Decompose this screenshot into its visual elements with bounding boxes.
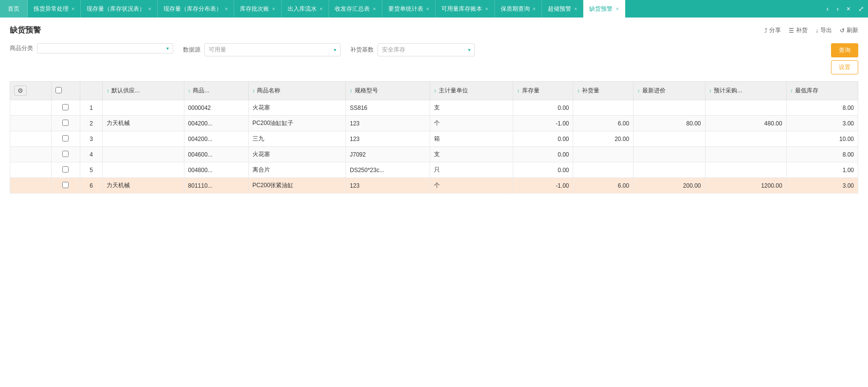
- tab-shortage-warn[interactable]: 缺货预警×: [583, 0, 625, 18]
- cell-unit: 支: [430, 147, 513, 162]
- tab-batch-account[interactable]: 库存批次账×: [234, 0, 281, 18]
- replenish-base-select[interactable]: 安全库存 ▾: [378, 43, 475, 56]
- col-label-est_purchase: 预计采购...: [714, 87, 742, 94]
- tab-close-expiry-query[interactable]: ×: [533, 6, 536, 12]
- tab-home[interactable]: 首页: [0, 0, 28, 18]
- gear-settings-button[interactable]: ⚙: [14, 86, 27, 96]
- tab-close-shortage-warn[interactable]: ×: [615, 6, 618, 12]
- col-label-latest_price: 最新进价: [642, 87, 666, 94]
- row-checkbox[interactable]: [62, 104, 69, 110]
- cell-gear: [10, 131, 52, 147]
- datasource-select[interactable]: 可用量 ▾: [204, 43, 341, 56]
- cell-replenish_qty: [573, 147, 633, 162]
- col-header-product_code[interactable]: ↕ 商品...: [184, 82, 248, 100]
- cell-replenish_qty: 6.00: [573, 116, 633, 131]
- col-header-latest_price[interactable]: ↕ 最新进价: [633, 82, 705, 100]
- row-checkbox[interactable]: [62, 135, 69, 141]
- settings-button[interactable]: 设置: [831, 60, 858, 74]
- cell-min_stock: 8.00: [786, 147, 858, 162]
- main-content: 缺货预警 ⤴ 分享 ☰ 补货 ↓ 导出 ↺ 刷新 商品分类: [0, 18, 868, 387]
- tab-demand-stats[interactable]: 要货单统计表×: [382, 0, 435, 18]
- tab-close-recv-summary[interactable]: ×: [373, 6, 376, 12]
- share-icon: ⤴: [764, 27, 767, 34]
- tab-recv-summary[interactable]: 收发存汇总表×: [329, 0, 382, 18]
- refresh-button[interactable]: ↺ 刷新: [840, 26, 858, 35]
- tab-inout-flow[interactable]: 出入库流水×: [282, 0, 329, 18]
- sort-icon-stock: ↕: [517, 88, 521, 93]
- datasource-value: 可用量: [209, 46, 226, 54]
- col-header-spec[interactable]: ↕ 规格型号: [346, 82, 430, 100]
- cell-row_num: 1: [80, 100, 103, 116]
- category-chevron-icon: ▾: [166, 46, 169, 51]
- cell-spec: 123: [346, 116, 430, 131]
- cell-row_num: 2: [80, 116, 103, 131]
- sort-icon-product_code: ↕: [188, 88, 192, 93]
- cell-min_stock: 1.00: [786, 162, 858, 178]
- col-label-stock: 库存量: [522, 87, 540, 94]
- tab-fullscreen-button[interactable]: ⤢: [854, 0, 868, 18]
- tab-close-demand-stats[interactable]: ×: [426, 6, 429, 12]
- sort-icon-default_supplier: ↕: [107, 88, 110, 93]
- export-button[interactable]: ↓ 导出: [815, 26, 832, 35]
- category-label: 商品分类: [10, 44, 33, 53]
- cell-unit: 箱: [430, 131, 513, 147]
- row-checkbox[interactable]: [62, 120, 69, 126]
- cell-min_stock: 10.00: [786, 131, 858, 147]
- col-header-replenish_qty[interactable]: ↕ 补货量: [573, 82, 633, 100]
- cell-unit: 个: [430, 178, 513, 194]
- data-table: ⚙↕ 默认供应...↕ 商品...↕ 商品名称↕ 规格型号↕ 主计量单位↕ 库存…: [10, 81, 858, 194]
- tab-defect-process[interactable]: 拣货异常处理×: [28, 0, 81, 18]
- table-row: 3004200...三九123箱0.0020.0010.00: [10, 131, 858, 147]
- tab-close-button[interactable]: ×: [843, 0, 854, 18]
- col-header-min_stock[interactable]: ↕ 最低库存: [786, 82, 858, 100]
- row-checkbox[interactable]: [62, 151, 69, 157]
- cell-product_code: 004200...: [184, 116, 248, 131]
- cell-gear: [10, 178, 52, 194]
- tab-close-batch-account[interactable]: ×: [272, 6, 275, 12]
- cell-replenish_qty: [573, 162, 633, 178]
- row-checkbox[interactable]: [62, 166, 69, 173]
- tab-close-defect-process[interactable]: ×: [72, 6, 74, 12]
- tab-close-avail-ledger[interactable]: ×: [485, 6, 488, 12]
- cell-row_num: 3: [80, 131, 103, 147]
- tab-close-overstock-warn[interactable]: ×: [574, 6, 577, 12]
- cell-gear: [10, 162, 52, 178]
- cell-stock: 0.00: [513, 162, 573, 178]
- col-header-product_name[interactable]: ↕ 商品名称: [248, 82, 345, 100]
- tab-overstock-warn[interactable]: 超储预警×: [542, 0, 583, 18]
- tab-close-inventory-dist[interactable]: ×: [225, 6, 228, 12]
- tab-inventory-dist[interactable]: 现存量（库存分布表）×: [158, 0, 234, 18]
- replenish-button[interactable]: ☰ 补货: [789, 26, 808, 35]
- tab-close-inout-flow[interactable]: ×: [320, 6, 323, 12]
- row-checkbox[interactable]: [62, 182, 69, 188]
- cell-product_code: 801110...: [184, 178, 248, 194]
- col-header-est_purchase[interactable]: ↕ 预计采购...: [705, 82, 786, 100]
- cell-default_supplier: [103, 131, 184, 147]
- query-button[interactable]: 查询: [831, 43, 858, 57]
- col-header-stock[interactable]: ↕ 库存量: [513, 82, 573, 100]
- cell-est_purchase: [705, 100, 786, 116]
- col-label-spec: 规格型号: [355, 87, 378, 94]
- table-row: 5004800...离合片DS250*23c...只0.001.00: [10, 162, 858, 178]
- sort-icon-replenish_qty: ↕: [577, 88, 581, 93]
- tab-close-inventory-status[interactable]: ×: [148, 6, 151, 12]
- tab-expiry-query[interactable]: 保质期查询×: [495, 0, 542, 18]
- cell-unit: 个: [430, 116, 513, 131]
- col-header-unit[interactable]: ↕ 主计量单位: [430, 82, 513, 100]
- tab-inventory-status[interactable]: 现存量（库存状况表）×: [81, 0, 157, 18]
- table-row: 10000042火花塞SS816支0.008.00: [10, 100, 858, 116]
- share-button[interactable]: ⤴ 分享: [764, 26, 781, 35]
- col-header-default_supplier[interactable]: ↕ 默认供应...: [103, 82, 184, 100]
- tab-next-button[interactable]: ›: [832, 0, 843, 18]
- select-all-checkbox[interactable]: [55, 87, 62, 93]
- col-header-row_num: [80, 82, 103, 100]
- sort-icon-product_name: ↕: [253, 88, 256, 93]
- category-select[interactable]: ▾: [37, 43, 173, 53]
- cell-row_num: 4: [80, 147, 103, 162]
- cell-stock: 0.00: [513, 147, 573, 162]
- datasource-filter-group: 数据源 可用量 ▾: [183, 43, 341, 56]
- page-title: 缺货预警: [10, 25, 41, 35]
- export-icon: ↓: [815, 27, 818, 34]
- tab-prev-button[interactable]: ‹: [822, 0, 832, 18]
- tab-avail-ledger[interactable]: 可用量库存账本×: [435, 0, 494, 18]
